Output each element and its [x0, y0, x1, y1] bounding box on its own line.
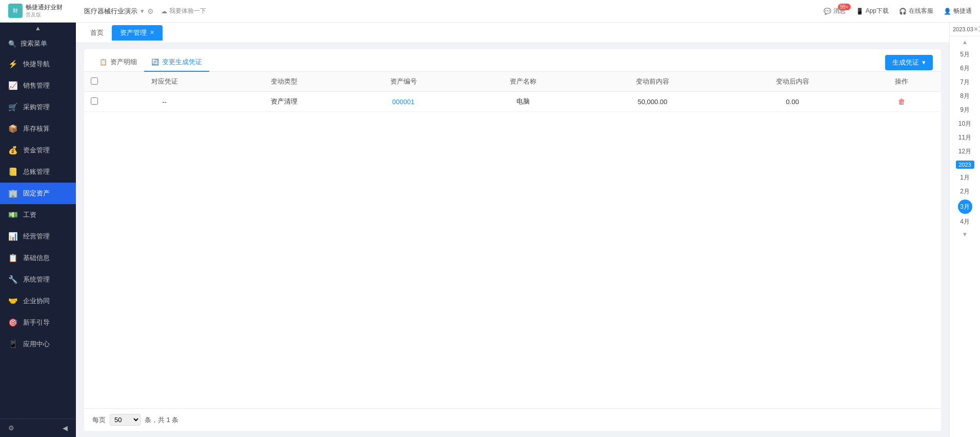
delete-icon[interactable]: 🗑 — [898, 97, 905, 106]
notification-icon: 💬 — [824, 8, 831, 15]
per-page-label: 每页 — [92, 415, 106, 425]
tab-asset-management[interactable]: 资产管理 ✕ — [112, 25, 163, 41]
row-change-type: 资产清理 — [224, 92, 344, 112]
right-panel-header: 2023.03 ✕ ⛶ — [950, 23, 980, 36]
sidebar-item-purchase[interactable]: 🛒 采购管理 — [0, 96, 76, 118]
sidebar-label-operations: 经营管理 — [23, 232, 50, 241]
col-after-content: 变动后内容 — [723, 72, 863, 92]
finance-icon: 💰 — [8, 146, 18, 155]
sidebar-item-ledger[interactable]: 📒 总账管理 — [0, 161, 76, 183]
row-checkbox[interactable] — [91, 97, 98, 105]
select-all-checkbox[interactable] — [91, 77, 98, 85]
main-card: 📋 资产明细 🔄 变更生成凭证 生成凭证 ▾ — [84, 49, 941, 431]
month-item[interactable]: 8月 — [950, 89, 980, 103]
generate-voucher-button[interactable]: 生成凭证 ▾ — [885, 55, 933, 70]
month-item[interactable]: 4月 — [950, 215, 980, 229]
month-item[interactable]: 12月 — [950, 145, 980, 158]
mobile-icon: 📱 — [856, 8, 864, 15]
sidebar-item-search[interactable]: 🔍 搜索菜单 — [0, 34, 76, 53]
month-item[interactable]: 6月 — [950, 62, 980, 75]
asset-detail-icon: 📋 — [99, 58, 107, 66]
right-panel-close-icon[interactable]: ✕ — [973, 26, 978, 33]
sidebar-item-finance[interactable]: 💰 资金管理 — [0, 140, 76, 161]
logo-area: 财 畅捷通好业财 普及版 — [8, 4, 84, 18]
app-download-item[interactable]: 📱 App下载 — [856, 7, 889, 15]
sidebar-item-cooperation[interactable]: 🤝 企业协同 — [0, 290, 76, 312]
col-asset-name: 资产名称 — [463, 72, 583, 92]
sub-tab-change-voucher-label: 变更生成凭证 — [162, 57, 202, 67]
header-company: 医疗器械行业演示 ▾ ⚙ ☁ 我要体验一下 — [84, 7, 824, 16]
table-wrapper: 对应凭证 变动类型 资产编号 资产名称 变动前内容 变动后内容 操作 — [84, 72, 941, 408]
quick-nav-icon: ⚡ — [8, 59, 18, 69]
sidebar-item-operations[interactable]: 📊 经营管理 — [0, 226, 76, 247]
top-header: 财 畅捷通好业财 普及版 医疗器械行业演示 ▾ ⚙ ☁ 我要体验一下 💬 消息 … — [0, 0, 980, 23]
sidebar-collapse-icon[interactable]: ◀ — [63, 424, 68, 432]
month-item[interactable]: 5月 — [950, 48, 980, 62]
sub-tab-asset-detail[interactable]: 📋 资产明细 — [92, 53, 144, 72]
pagination-bar: 每页 102050100 条，共 1 条 — [84, 408, 941, 431]
system-icon: 🔧 — [8, 275, 18, 284]
month-item[interactable]: 9月 — [950, 103, 980, 117]
tab-home[interactable]: 首页 — [84, 25, 110, 41]
generate-btn-area: 生成凭证 ▾ — [885, 55, 933, 70]
tab-close-icon[interactable]: ✕ — [150, 29, 154, 36]
headset-icon: 🎧 — [899, 8, 907, 15]
row-action: 🗑 — [863, 92, 941, 112]
sidebar-scroll-up[interactable]: ▲ — [0, 23, 76, 34]
sidebar-label-purchase: 采购管理 — [23, 103, 50, 112]
generate-chevron-icon: ▾ — [922, 58, 926, 66]
user-icon: 👤 — [944, 8, 951, 15]
sidebar-item-app-center[interactable]: 📱 应用中心 — [0, 333, 76, 355]
sidebar-item-payroll[interactable]: 💵 工资 — [0, 204, 76, 226]
search-icon: 🔍 — [8, 40, 16, 48]
col-change-type: 变动类型 — [224, 72, 344, 92]
ledger-icon: 📒 — [8, 167, 18, 176]
month-item[interactable]: 2月 — [950, 185, 980, 198]
right-panel-scroll-up[interactable]: ▲ — [960, 36, 970, 48]
sub-tab-change-voucher[interactable]: 🔄 变更生成凭证 — [144, 53, 209, 72]
sidebar-settings-icon[interactable]: ⚙ — [8, 424, 14, 432]
col-before-content: 变动前内容 — [583, 72, 723, 92]
payroll-icon: 💵 — [8, 210, 18, 220]
content-area: 首页 资产管理 ✕ 📋 资产明细 🔄 变更生成凭证 — [76, 23, 949, 437]
sidebar-item-basic-info[interactable]: 📋 基础信息 — [0, 247, 76, 269]
month-item[interactable]: 11月 — [950, 131, 980, 145]
experience-area[interactable]: ☁ 我要体验一下 — [161, 7, 206, 15]
right-panel-scroll-down[interactable]: ▼ — [960, 229, 970, 240]
sidebar-item-guide[interactable]: 🎯 新手引导 — [0, 312, 76, 333]
settings-icon[interactable]: ⚙ — [147, 7, 154, 15]
generate-voucher-label: 生成凭证 — [892, 58, 919, 67]
year-badge: 2023 — [956, 161, 974, 169]
table-header-row: 对应凭证 变动类型 资产编号 资产名称 变动前内容 变动后内容 操作 — [84, 72, 941, 92]
month-item[interactable]: 7月 — [950, 75, 980, 89]
right-panel-title: 2023.03 — [953, 26, 973, 32]
cooperation-icon: 🤝 — [8, 296, 18, 306]
month-item[interactable]: 10月 — [950, 117, 980, 131]
chevron-down-icon[interactable]: ▾ — [141, 7, 144, 15]
per-page-select[interactable]: 102050100 — [110, 414, 141, 426]
sidebar-item-system[interactable]: 🔧 系统管理 — [0, 269, 76, 290]
sidebar-item-quick-nav[interactable]: ⚡ 快捷导航 — [0, 53, 76, 75]
sidebar-item-fixed-assets[interactable]: 🏢 固定资产 — [0, 183, 76, 204]
month-item[interactable]: 1月 — [950, 171, 980, 185]
sidebar-bottom: ⚙ ◀ — [0, 419, 76, 437]
sidebar-label-finance: 资金管理 — [23, 146, 50, 155]
logo-icon: 财 — [8, 4, 23, 18]
sub-tabs: 📋 资产明细 🔄 变更生成凭证 生成凭证 ▾ — [84, 49, 941, 72]
sidebar-item-inventory[interactable]: 📦 库存核算 — [0, 118, 76, 140]
col-action: 操作 — [863, 72, 941, 92]
basic-info-icon: 📋 — [8, 253, 18, 263]
fixed-assets-icon: 🏢 — [8, 189, 18, 198]
customer-service-item[interactable]: 🎧 在线客服 — [899, 7, 933, 15]
notification-item[interactable]: 💬 消息 99+ — [824, 7, 846, 15]
right-panel: 2023.03 ✕ ⛶ ▲ 5月6月7月8月9月10月11月12月20231月2… — [949, 23, 980, 437]
row-checkbox-cell — [84, 92, 105, 112]
app-download-label: App下载 — [866, 7, 889, 15]
user-item[interactable]: 👤 畅捷通 — [944, 7, 972, 15]
month-item-current[interactable]: 3月 — [958, 200, 972, 214]
sidebar-label-quick-nav: 快捷导航 — [23, 59, 50, 69]
sidebar-item-sales[interactable]: 📈 销售管理 — [0, 75, 76, 96]
sidebar-label-system: 系统管理 — [23, 275, 50, 284]
operations-icon: 📊 — [8, 232, 18, 241]
tabs-bar: 首页 资产管理 ✕ — [76, 23, 949, 43]
